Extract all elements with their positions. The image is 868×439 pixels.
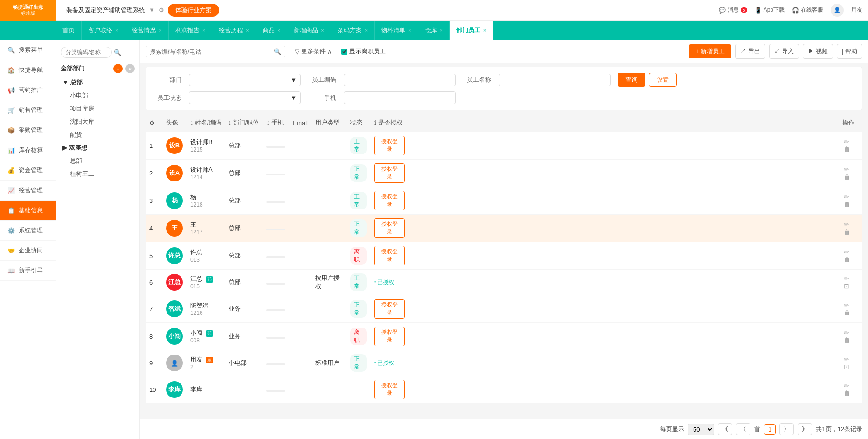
message-btn[interactable]: 💬 消息 5 <box>719 6 747 14</box>
emp-name-input[interactable] <box>499 74 611 86</box>
next-page-btn[interactable]: 〉 <box>779 423 794 435</box>
delete-btn[interactable]: 🗑 <box>844 336 850 344</box>
dept-item-peihuo[interactable]: 配货 <box>56 128 139 141</box>
tab-warehouse[interactable]: 仓库 × <box>418 21 450 40</box>
auth-btn[interactable]: 授权登录 <box>374 327 405 346</box>
current-page[interactable]: 1 <box>764 424 776 435</box>
edit-btn[interactable]: ✏ <box>844 138 849 146</box>
copy-btn[interactable]: ⊡ <box>844 363 849 370</box>
auth-btn[interactable]: 授权登录 <box>374 191 405 210</box>
sidebar-item-guide[interactable]: 📖 新手引导 <box>0 261 56 281</box>
dept-group-zongbu[interactable]: ▼总部 <box>56 76 139 89</box>
col-phone[interactable]: ↕ 手机 <box>263 114 289 132</box>
tab-bom[interactable]: 物料清单 × <box>375 21 418 40</box>
tab-operations[interactable]: 经营情况 × <box>125 21 168 40</box>
dept-tree: 🔍 全部部门 + « ▼总部 小电部 项目库房 沈阳大库 配货 ▶双座想 <box>56 40 140 439</box>
edit-btn[interactable]: ✏ <box>844 248 849 256</box>
search-icon[interactable]: 🔍 <box>274 48 281 55</box>
auth-btn[interactable]: 授权登录 <box>374 218 405 238</box>
tab-goods[interactable]: 商品 × <box>256 21 287 40</box>
prev-page-btn[interactable]: 〈 <box>736 423 750 435</box>
dept-item-shenyangdaku[interactable]: 沈阳大库 <box>56 115 139 128</box>
edit-btn[interactable]: ✏ <box>844 329 849 336</box>
emp-code-input[interactable] <box>344 74 456 86</box>
sidebar-item-sales[interactable]: 🛒 销售管理 <box>0 100 56 120</box>
tab-add-goods[interactable]: 新增商品 × <box>287 21 331 40</box>
auth-btn[interactable]: 授权登录 <box>374 246 405 265</box>
edit-btn[interactable]: ✏ <box>844 355 849 363</box>
delete-btn[interactable]: 🗑 <box>844 228 850 236</box>
phone-input[interactable] <box>344 91 456 104</box>
gear-icon[interactable]: ⚙ <box>159 7 164 14</box>
emp-status-select[interactable]: ▼ <box>189 91 301 104</box>
more-conditions-btn[interactable]: ▽ 更多条件 ∧ <box>291 45 336 57</box>
delete-btn[interactable]: 🗑 <box>844 173 850 181</box>
sidebar-item-finance[interactable]: 💰 资金管理 <box>0 160 56 181</box>
app-download-btn[interactable]: 📱 App下载 <box>755 6 785 14</box>
row-phone <box>263 242 289 270</box>
col-name[interactable]: ↕ 姓名/编码 <box>187 114 225 132</box>
auth-btn[interactable]: 授权登录 <box>374 299 405 319</box>
edit-btn[interactable]: ✏ <box>844 382 849 390</box>
dept-add-icon[interactable]: + <box>113 64 123 73</box>
edit-btn[interactable]: ✏ <box>844 275 849 282</box>
sidebar-item-marketing[interactable]: 📢 营销推广 <box>0 80 56 100</box>
auth-btn[interactable]: 授权登录 <box>374 163 405 183</box>
edit-btn[interactable]: ✏ <box>844 221 849 228</box>
set-btn[interactable]: 设置 <box>649 73 677 87</box>
dept-all-label[interactable]: 全部部门 <box>61 64 85 73</box>
sidebar-item-enterprise[interactable]: 🤝 企业协同 <box>0 241 56 261</box>
delete-btn[interactable]: 🗑 <box>844 309 850 316</box>
first-page-btn[interactable]: 《 <box>718 423 732 435</box>
sidebar-item-system[interactable]: ⚙️ 系统管理 <box>0 221 56 241</box>
help-btn[interactable]: | 帮助 <box>837 44 862 59</box>
export-btn[interactable]: ↗ 导出 <box>735 44 765 59</box>
query-btn[interactable]: 查询 <box>618 73 645 87</box>
tab-barcode[interactable]: 条码方案 × <box>331 21 375 40</box>
edit-btn[interactable]: ✏ <box>844 301 849 309</box>
dept-group-shuangzuoxiang[interactable]: ▶双座想 <box>56 141 139 154</box>
classify-search-icon[interactable]: 🔍 <box>114 49 121 56</box>
delete-btn[interactable]: 🗑 <box>844 201 850 208</box>
search-input[interactable] <box>150 48 274 55</box>
show-resigned-checkbox[interactable] <box>341 49 347 55</box>
page-size-select[interactable]: 50 100 <box>688 424 714 435</box>
sidebar-item-basic[interactable]: 📋 基础信息 <box>0 201 56 221</box>
delete-btn[interactable]: 🗑 <box>844 390 850 397</box>
tab-customer[interactable]: 客户联络 × <box>82 21 125 40</box>
tab-home[interactable]: 首页 <box>56 21 82 40</box>
tab-profit[interactable]: 利润报告 × <box>169 21 212 40</box>
auth-btn[interactable]: 授权登录 <box>374 136 405 155</box>
dept-select[interactable]: ▼ <box>189 74 301 86</box>
classify-search-input[interactable] <box>61 47 112 58</box>
sidebar-item-quicknav[interactable]: 🏠 快捷导航 <box>0 60 56 80</box>
dept-item-zongbu[interactable]: 总部 <box>56 154 139 167</box>
sidebar-item-inventory[interactable]: 📊 库存核算 <box>0 140 56 160</box>
auth-btn[interactable]: 授权登录 <box>374 380 405 399</box>
delete-btn[interactable]: 🗑 <box>844 256 850 263</box>
dept-item-zhishu[interactable]: 植树王二 <box>56 167 139 181</box>
sidebar-item-purchase[interactable]: 📦 采购管理 <box>0 120 56 140</box>
edit-btn[interactable]: ✏ <box>844 193 849 201</box>
delete-btn[interactable]: 🗑 <box>844 146 850 153</box>
online-service-btn[interactable]: 🎧 在线客服 <box>792 6 823 14</box>
dropdown-arrow[interactable]: ▼ <box>149 7 155 14</box>
dept-item-xiangmukufang[interactable]: 项目库房 <box>56 102 139 115</box>
col-settings[interactable]: ⚙ <box>146 114 162 132</box>
import-btn[interactable]: ↙ 导入 <box>769 44 799 59</box>
trial-btn[interactable]: 体验行业方案 <box>168 4 219 17</box>
sidebar-item-operations[interactable]: 📈 经营管理 <box>0 181 56 201</box>
add-employee-btn[interactable]: + 新增员工 <box>689 44 731 58</box>
copy-btn[interactable]: ⊡ <box>844 282 849 290</box>
dept-collapse-icon[interactable]: « <box>125 64 135 73</box>
dept-item-xiaodibu[interactable]: 小电部 <box>56 89 139 102</box>
video-btn[interactable]: ▶ 视频 <box>803 44 833 59</box>
edit-btn[interactable]: ✏ <box>844 166 849 173</box>
tab-history[interactable]: 经营历程 × <box>212 21 256 40</box>
show-resigned-label[interactable]: 显示离职员工 <box>341 47 386 56</box>
last-page-btn[interactable]: 》 <box>798 423 812 435</box>
tab-employees[interactable]: 部门员工 × <box>450 21 493 40</box>
col-dept[interactable]: ↕ 部门/职位 <box>225 114 263 132</box>
sidebar-item-search[interactable]: 🔍 搜索菜单 <box>0 40 56 60</box>
user-avatar[interactable]: 👤 <box>831 4 844 17</box>
